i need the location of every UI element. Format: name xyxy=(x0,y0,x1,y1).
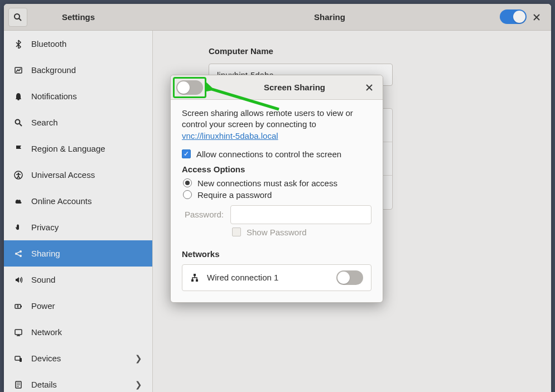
close-button[interactable] xyxy=(527,4,547,31)
sidebar-item-label: Online Accounts xyxy=(31,196,91,206)
password-label: Password: xyxy=(182,210,224,219)
devices-icon xyxy=(14,354,23,363)
sidebar-item-label: Privacy xyxy=(31,222,59,232)
dialog-description: Screen sharing allows remote users to vi… xyxy=(182,108,371,142)
sidebar-item-background[interactable]: Background xyxy=(4,57,152,83)
screen-sharing-enable-toggle[interactable] xyxy=(176,80,203,95)
svg-rect-16 xyxy=(15,330,22,335)
dialog-enable-toggle-highlight xyxy=(173,77,206,98)
sidebar-item-label: Details xyxy=(31,380,57,389)
flag-icon xyxy=(14,144,23,153)
sidebar-item-label: Power xyxy=(31,301,55,311)
speaker-icon xyxy=(14,275,23,284)
require-password-label: Require a password xyxy=(197,190,272,200)
dialog-title: Screen Sharing xyxy=(206,83,383,92)
password-input[interactable] xyxy=(230,205,371,224)
sidebar-item-power[interactable]: Power xyxy=(4,293,152,319)
sidebar-item-label: Devices xyxy=(31,354,61,363)
hand-icon xyxy=(14,223,23,232)
background-icon xyxy=(14,66,23,75)
sidebar-item-label: Notifications xyxy=(31,91,77,101)
svg-rect-29 xyxy=(196,279,198,282)
svg-line-13 xyxy=(17,254,20,256)
sidebar-item-label: Sharing xyxy=(31,249,60,258)
svg-point-11 xyxy=(20,255,22,257)
svg-rect-28 xyxy=(191,279,194,282)
access-options-heading: Access Options xyxy=(182,164,371,174)
sidebar-item-privacy[interactable]: Privacy xyxy=(4,214,152,240)
networks-heading: Networks xyxy=(182,249,371,259)
vnc-link[interactable]: vnc://linuxhint-5daba.local xyxy=(182,131,278,141)
require-password-radio[interactable] xyxy=(183,190,192,199)
sidebar-item-label: Sound xyxy=(31,275,55,284)
svg-rect-15 xyxy=(21,306,22,307)
sidebar-item-label: Background xyxy=(31,65,76,75)
sidebar-item-region-language[interactable]: Region & Language xyxy=(4,135,152,162)
computer-name-label: Computer Name xyxy=(209,46,495,56)
close-icon xyxy=(366,84,373,91)
header-bar: Settings Sharing xyxy=(4,4,551,31)
search-icon xyxy=(14,118,23,127)
sidebar-item-details[interactable]: Details❯ xyxy=(4,371,152,392)
details-icon xyxy=(14,380,23,389)
wired-network-icon xyxy=(190,273,199,282)
sidebar-item-online-accounts[interactable]: Online Accounts xyxy=(4,188,152,214)
svg-rect-20 xyxy=(20,358,22,362)
dialog-close-button[interactable] xyxy=(361,75,377,100)
share-icon xyxy=(14,249,23,258)
network-icon xyxy=(14,328,23,337)
sidebar-item-label: Network xyxy=(31,327,62,337)
accessibility-icon xyxy=(14,171,23,180)
svg-line-12 xyxy=(17,251,20,253)
allow-control-label: Allow connections to control the screen xyxy=(196,149,341,159)
power-icon xyxy=(14,302,23,311)
ask-access-radio[interactable] xyxy=(183,178,192,187)
show-password-checkbox[interactable] xyxy=(232,228,241,236)
sidebar-item-sharing[interactable]: Sharing xyxy=(4,240,152,267)
sidebar-item-label: Region & Language xyxy=(31,144,105,153)
sidebar-item-notifications[interactable]: Notifications xyxy=(4,83,152,109)
sidebar-item-universal-access[interactable]: Universal Access xyxy=(4,162,152,188)
ask-access-label: New connections must ask for access xyxy=(197,178,337,188)
sidebar-item-search[interactable]: Search xyxy=(4,109,152,135)
svg-rect-27 xyxy=(194,274,196,276)
sidebar-item-label: Bluetooth xyxy=(31,39,66,49)
dialog-header: Screen Sharing xyxy=(171,75,383,100)
cloud-icon xyxy=(14,197,23,206)
sidebar-item-label: Universal Access xyxy=(31,170,95,180)
screen-sharing-dialog: Screen Sharing Screen sharing allows rem… xyxy=(170,75,383,303)
show-password-label: Show Password xyxy=(247,228,307,237)
sidebar-item-label: Search xyxy=(31,118,58,127)
network-toggle[interactable] xyxy=(336,270,363,285)
sidebar-item-bluetooth[interactable]: Bluetooth xyxy=(4,31,152,57)
app-title: Settings xyxy=(4,12,153,22)
close-icon xyxy=(533,13,540,21)
svg-line-6 xyxy=(20,124,22,126)
sidebar-item-sound[interactable]: Sound xyxy=(4,267,152,293)
bluetooth-icon xyxy=(14,40,23,49)
svg-point-5 xyxy=(16,119,20,124)
sharing-master-toggle[interactable] xyxy=(500,9,527,24)
chevron-right-icon: ❯ xyxy=(135,380,142,390)
sidebar-item-devices[interactable]: Devices❯ xyxy=(4,345,152,371)
chevron-right-icon: ❯ xyxy=(135,354,142,364)
network-name: Wired connection 1 xyxy=(207,273,278,282)
svg-point-8 xyxy=(18,172,20,174)
svg-point-10 xyxy=(20,250,22,253)
sidebar: BluetoothBackgroundNotificationsSearchRe… xyxy=(4,31,153,392)
sidebar-item-network[interactable]: Network xyxy=(4,319,152,345)
bell-icon xyxy=(14,92,23,101)
allow-control-checkbox[interactable]: ✓ xyxy=(182,149,191,158)
page-title: Sharing xyxy=(153,12,506,22)
svg-rect-19 xyxy=(15,356,20,360)
network-row: Wired connection 1 xyxy=(182,264,371,291)
